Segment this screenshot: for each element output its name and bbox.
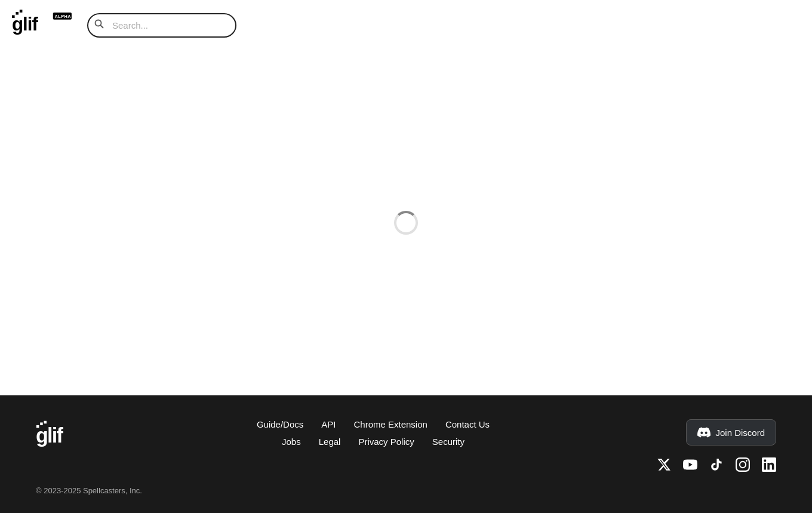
youtube-icon — [683, 457, 697, 472]
discord-icon — [697, 426, 710, 439]
social-icons — [657, 457, 776, 472]
footer-bottom: © 2023-2025 Spellcasters, Inc. — [36, 486, 776, 495]
youtube-link[interactable] — [683, 457, 697, 472]
loading-spinner — [394, 211, 418, 235]
footer-link-legal[interactable]: Legal — [319, 437, 341, 447]
footer-links-row-2: Jobs Legal Privacy Policy Security — [282, 437, 465, 447]
logo-link[interactable]: glif ALPHA — [12, 8, 78, 42]
footer-link-chrome[interactable]: Chrome Extension — [353, 419, 427, 429]
footer-logo-svg: glif — [36, 419, 90, 452]
svg-text:glif: glif — [12, 14, 39, 35]
discord-button-label: Join Discord — [715, 428, 765, 438]
svg-rect-1 — [12, 16, 15, 19]
linkedin-icon — [762, 457, 776, 472]
footer-logo: glif — [36, 419, 90, 452]
header: glif ALPHA — [0, 0, 812, 50]
tiktok-icon — [709, 457, 724, 472]
svg-rect-2 — [16, 12, 19, 15]
linkedin-link[interactable] — [762, 457, 776, 472]
footer: glif Guide/Docs API Chrome Extension Con… — [0, 395, 812, 513]
search-container — [87, 13, 236, 38]
footer-links-center: Guide/Docs API Chrome Extension Contact … — [102, 419, 645, 447]
x-twitter-icon — [657, 457, 671, 472]
svg-rect-10 — [40, 422, 43, 425]
instagram-link[interactable] — [736, 457, 750, 472]
svg-rect-11 — [44, 421, 47, 424]
instagram-icon — [736, 457, 750, 472]
svg-text:glif: glif — [36, 424, 63, 447]
join-discord-button[interactable]: Join Discord — [686, 419, 776, 446]
main-content — [0, 50, 812, 395]
x-twitter-link[interactable] — [657, 457, 671, 472]
footer-link-jobs[interactable]: Jobs — [282, 437, 301, 447]
footer-link-guide[interactable]: Guide/Docs — [257, 419, 303, 429]
svg-rect-3 — [20, 10, 23, 13]
svg-text:ALPHA: ALPHA — [55, 14, 72, 19]
copyright-text: © 2023-2025 Spellcasters, Inc. — [36, 486, 142, 495]
footer-link-contact[interactable]: Contact Us — [445, 419, 490, 429]
footer-link-security[interactable]: Security — [432, 437, 465, 447]
footer-inner: glif Guide/Docs API Chrome Extension Con… — [36, 419, 776, 472]
footer-right: Join Discord — [657, 419, 776, 472]
search-input[interactable] — [87, 13, 236, 38]
footer-links-row-1: Guide/Docs API Chrome Extension Contact … — [257, 419, 490, 429]
footer-link-privacy[interactable]: Privacy Policy — [358, 437, 414, 447]
glif-logo: glif ALPHA — [12, 8, 78, 42]
tiktok-link[interactable] — [709, 457, 724, 472]
footer-link-api[interactable]: API — [321, 419, 336, 429]
svg-rect-9 — [36, 425, 39, 428]
